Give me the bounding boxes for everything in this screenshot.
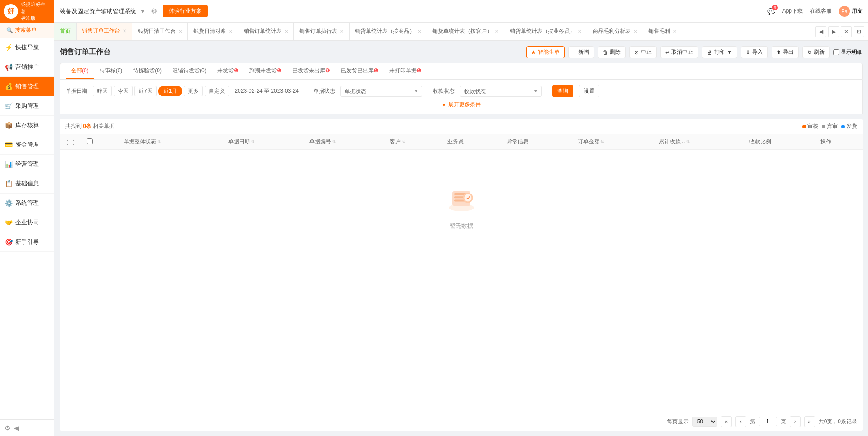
per-page-select[interactable]: 20 50 100 200 [692,417,717,427]
col-status[interactable]: 单据整体状态⇅ [118,134,223,150]
col-customer[interactable]: 客户⇅ [384,134,441,150]
online-service-link[interactable]: 在线客服 [810,7,832,15]
collapse-icon[interactable]: ◀ [14,424,19,431]
col-checkbox[interactable] [82,134,118,150]
tab-close-icon[interactable]: ✕ [229,29,232,34]
cancel-review-action-btn[interactable]: 弃审 [822,123,838,130]
date-last-month-btn[interactable]: 近1月 [158,86,182,96]
date-custom-btn[interactable]: 自定义 [205,86,229,96]
sub-tab-not-shipped[interactable]: 未发货❶ [212,63,244,79]
industry-solution-button[interactable]: 体验行业方案 [163,5,208,17]
stop-button[interactable]: ⊘ 中止 [629,46,657,58]
sub-tab-all[interactable]: 全部(0) [66,63,94,79]
tab-close-icon[interactable]: ✕ [178,29,182,34]
delete-button[interactable]: 🗑 删除 [598,46,626,58]
tab-sales-summary-staff[interactable]: 销货单统计表（按业务员） ✕ [504,23,587,41]
status-select[interactable]: 单据状态 [340,86,422,97]
col-ratio[interactable]: 收款比例 [744,134,815,150]
col-amount[interactable]: 订单金额⇅ [572,134,653,150]
next-page-button[interactable]: › [790,416,801,427]
sidebar-item-sales[interactable]: 💰 销售管理 [0,77,54,96]
sidebar-item-quick-nav[interactable]: ⚡ 快捷导航 [0,38,54,57]
basic-icon: 📋 [5,180,13,188]
select-all-checkbox[interactable] [87,138,93,144]
col-exception[interactable]: 异常信息 [501,134,572,150]
ship-action-btn[interactable]: 发货 [841,123,857,130]
sub-tab-pending-review[interactable]: 待审核(0) [94,63,128,79]
refresh-button[interactable]: ↻ 刷新 [802,46,830,58]
page-input[interactable] [759,417,777,426]
col-collected[interactable]: 累计收款...⇅ [653,134,744,150]
date-last7-btn[interactable]: 近7天 [134,86,157,96]
tab-close-icon[interactable]: ✕ [123,28,126,33]
sidebar-item-purchase[interactable]: 🛒 采购管理 [0,96,54,116]
prev-page-button[interactable]: ‹ [735,416,746,427]
sidebar-item-operation[interactable]: 📊 经营管理 [0,155,54,174]
date-today-btn[interactable]: 今天 [114,86,133,96]
tab-sales-summary-customer[interactable]: 销货单统计表（按客户） ✕ [427,23,504,41]
app-download-link[interactable]: App下载 [782,7,803,15]
cancel-stop-icon: ↩ [665,49,670,56]
show-detail-checkbox[interactable]: 显示明细 [833,48,863,56]
tab-cash-reconcile[interactable]: 钱货日清对账 ✕ [188,23,238,41]
sidebar-item-finance[interactable]: 💳 资金管理 [0,135,54,155]
tab-close-icon[interactable]: ✕ [673,29,676,34]
payment-select[interactable]: 收款状态 [460,86,542,97]
table-scroll[interactable]: ⋮⋮ 单据整体状态⇅ 单据日期⇅ 单据编号⇅ 客户⇅ 业务员 异常信息 订单金额… [60,134,863,412]
settings-icon[interactable]: ⚙ [151,7,157,15]
tab-close-icon[interactable]: ✕ [633,29,637,34]
tab-close-icon[interactable]: ✕ [340,29,344,34]
sidebar-item-newbie[interactable]: 🎯 新手引导 [0,232,54,252]
date-yesterday-btn[interactable]: 昨天 [93,86,112,96]
smart-create-button[interactable]: ★ 智能生单 [526,46,565,58]
tab-sales-exec[interactable]: 销售订单执行表 ✕ [294,23,350,41]
col-date[interactable]: 单据日期⇅ [223,134,304,150]
system-dropdown[interactable]: ▼ [140,8,145,14]
user-info[interactable]: Ea 用友 [839,6,863,17]
tab-close-icon[interactable]: ✕ [417,29,421,34]
last-page-button[interactable]: » [804,416,815,427]
tab-sales-stats[interactable]: 销售订单统计表 ✕ [238,23,294,41]
first-page-button[interactable]: « [721,416,732,427]
sidebar-item-basic[interactable]: 📋 基础信息 [0,174,54,194]
export-button[interactable]: ⬆ 导出 [772,46,799,58]
show-detail-input[interactable] [833,49,839,55]
tab-cash-daily[interactable]: 钱货日清工作台 ✕ [132,23,188,41]
tab-expand[interactable]: ⊡ [854,26,864,37]
tab-close-icon[interactable]: ✕ [495,29,499,34]
sub-tab-pending-inspect[interactable]: 待拣验货(0) [128,63,167,79]
tab-close-icon[interactable]: ✕ [578,29,581,34]
tab-close-all[interactable]: ✕ [841,26,852,37]
tab-home[interactable]: 首页 [54,23,77,41]
sub-tab-shipped-not-warehouse[interactable]: 已发货未出库❶ [287,63,336,79]
review-action-btn[interactable]: 审核 [802,123,818,130]
add-button[interactable]: + 新增 [568,46,594,58]
tab-close-icon[interactable]: ✕ [284,29,288,34]
tab-sales-profit[interactable]: 销售毛利 ✕ [643,23,682,41]
import-button[interactable]: ⬇ 导入 [741,46,768,58]
sub-tab-expired-not-shipped[interactable]: 到期未发货❶ [244,63,287,79]
tab-gross-margin[interactable]: 商品毛利分析表 ✕ [587,23,643,41]
settings-button[interactable]: 设置 [579,85,599,97]
print-button[interactable]: 🖨 打印 ▼ [702,46,737,58]
tab-sales-workbench[interactable]: 销售订单工作台 ✕ [77,23,132,41]
col-staff[interactable]: 业务员 [442,134,501,150]
sidebar-item-marketing[interactable]: 📢 营销推广 [0,57,54,77]
sub-tab-not-printed[interactable]: 未打印单据❶ [384,63,427,79]
query-button[interactable]: 查询 [552,85,573,97]
expand-conditions-button[interactable]: ▼ 展开更多条件 [441,101,481,109]
cancel-stop-button[interactable]: ↩ 取消中止 [660,46,698,58]
sub-tab-wangpu-pending[interactable]: 旺铺待发货(0) [167,63,212,79]
col-number[interactable]: 单据编号⇅ [304,134,385,150]
sub-tab-shipped-out[interactable]: 已发货已出库❶ [336,63,384,79]
sidebar-item-inventory[interactable]: 📦 库存核算 [0,116,54,135]
tab-scroll-left[interactable]: ◀ [815,26,826,37]
sidebar-item-enterprise[interactable]: 🤝 企业协同 [0,213,54,232]
message-icon[interactable]: 💬 6 [767,8,775,15]
settings-icon[interactable]: ⚙ [5,424,10,431]
search-menu[interactable]: 🔍 搜索菜单 [0,23,54,38]
tab-sales-summary-product[interactable]: 销货单统计表（按商品） ✕ [350,23,427,41]
date-more-btn[interactable]: 更多 [184,86,203,96]
sidebar-item-system[interactable]: ⚙️ 系统管理 [0,194,54,213]
tab-scroll-right[interactable]: ▶ [828,26,839,37]
